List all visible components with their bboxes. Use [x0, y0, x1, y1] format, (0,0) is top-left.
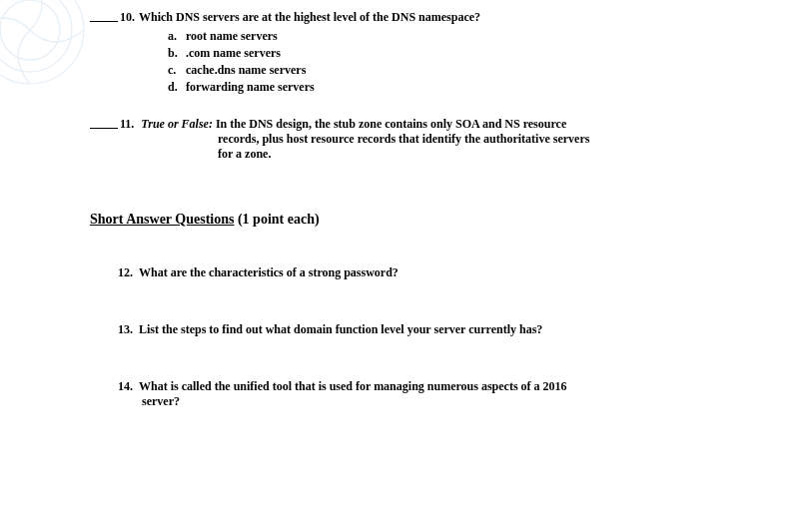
q11-cont1: records, plus host resource records that…: [218, 132, 722, 147]
q11-text-part2: contains only SOA and NS resource: [382, 117, 566, 131]
q10-number: 10.: [120, 10, 135, 25]
svg-point-2: [0, 0, 60, 60]
q11-text-part1: In the DNS design, the: [213, 117, 334, 131]
q10-text: Which DNS servers are at the highest lev…: [139, 10, 480, 25]
q13-number: 13.: [118, 322, 133, 337]
section-title: Short Answer Questions: [90, 212, 234, 227]
svg-point-1: [0, 0, 72, 72]
q10-option-a: a. root name servers: [168, 29, 722, 44]
q12-number: 12.: [118, 265, 133, 280]
question-10: 10. Which DNS servers are at the highest…: [90, 10, 722, 95]
option-letter: b.: [168, 46, 186, 61]
option-letter: d.: [168, 80, 186, 95]
option-text: root name servers: [186, 29, 278, 44]
q14-cont: server?: [142, 394, 722, 409]
option-letter: a.: [168, 29, 186, 44]
svg-point-0: [0, 0, 84, 84]
question-13: 13. List the steps to find out what doma…: [118, 322, 722, 337]
q14-text: What is called the unified tool that is …: [139, 379, 567, 394]
q10-option-d: d. forwarding name servers: [168, 80, 722, 95]
watermark-decoration: [0, 0, 90, 90]
q10-option-b: b. .com name servers: [168, 46, 722, 61]
option-text: cache.dns name servers: [186, 63, 306, 78]
q11-number: 11.: [120, 117, 134, 131]
q11-bold-term: stub zone: [334, 117, 382, 131]
question-11: 11. True or False: In the DNS design, th…: [90, 117, 722, 162]
q10-options: a. root name servers b. .com name server…: [168, 29, 722, 95]
q13-text: List the steps to find out what domain f…: [139, 322, 542, 337]
option-text: .com name servers: [186, 46, 281, 61]
question-14: 14. What is called the unified tool that…: [90, 379, 722, 409]
option-letter: c.: [168, 63, 186, 78]
section-points: (1 point each): [234, 212, 319, 227]
q11-cont2: for a zone.: [218, 147, 722, 162]
q12-text: What are the characteristics of a strong…: [139, 265, 399, 280]
answer-blank-q10[interactable]: [90, 10, 118, 22]
q11-label: True or False:: [141, 117, 213, 131]
q10-option-c: c. cache.dns name servers: [168, 63, 722, 78]
answer-blank-q11[interactable]: [90, 117, 118, 129]
option-text: forwarding name servers: [186, 80, 315, 95]
section-header: Short Answer Questions (1 point each): [90, 212, 722, 228]
q14-number: 14.: [118, 379, 133, 394]
question-12: 12. What are the characteristics of a st…: [118, 265, 722, 280]
